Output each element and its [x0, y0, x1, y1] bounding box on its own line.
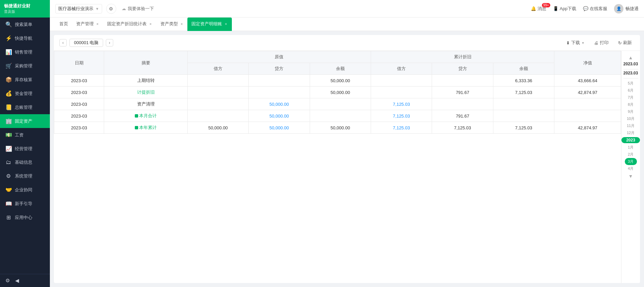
col-orig-balance: 余额 [310, 63, 371, 75]
cell-orig-debit: 50,000.00 [187, 122, 248, 134]
download-icon: ⬇ [566, 40, 570, 45]
sidebar-item-label: 库存核算 [15, 77, 32, 83]
sidebar-item-business[interactable]: 📈 经营管理 [0, 142, 50, 156]
next-asset-btn[interactable]: › [106, 39, 113, 46]
timeline-month-5[interactable]: 5月 [621, 80, 640, 87]
close-icon[interactable]: × [224, 21, 227, 27]
cell-summary: 资产清理 [104, 98, 187, 110]
topbar-right: 🔔 消息 99+ 📱 App下载 💬 在线客服 👤 畅捷通 [531, 4, 639, 13]
sidebar-item-guide[interactable]: 📖 新手引导 [0, 197, 50, 211]
cell-orig-credit: 50,000.00 [249, 110, 310, 122]
inventory-icon: 📦 [5, 76, 11, 83]
cell-acc-credit: 791.67 [432, 110, 493, 122]
print-btn[interactable]: 🖨 打印 [591, 38, 611, 47]
sidebar-item-funds[interactable]: 💰 资金管理 [0, 87, 50, 100]
sidebar-item-enterprise[interactable]: 🤝 企业协同 [0, 183, 50, 197]
settings-icon[interactable]: ⚙ [5, 278, 10, 284]
cell-orig-balance: 50,000.00 [310, 122, 371, 134]
timeline-up-arrow[interactable]: ▲ [627, 54, 635, 62]
experience-btn[interactable]: ☁ 我要体验一下 [122, 6, 154, 12]
cell-orig-debit [187, 98, 248, 110]
company-selector[interactable]: 医疗器械行业演示 ▼ [55, 4, 102, 13]
topbar-settings-btn[interactable]: ⚙ [106, 4, 116, 14]
close-icon[interactable]: × [96, 21, 99, 27]
timeline-year-2023[interactable]: 2023 [621, 137, 640, 143]
sidebar-item-quick-nav[interactable]: ⚡ 快捷导航 [0, 31, 50, 45]
tab-label: 固定资产折旧统计表 [107, 21, 147, 27]
avatar-icon: 👤 [616, 6, 621, 11]
timeline-month-4[interactable]: 4月 [621, 165, 640, 172]
app-download-btn[interactable]: 📱 App下载 [553, 6, 576, 12]
sidebar-item-label: 资金管理 [15, 91, 32, 97]
download-btn[interactable]: ⬇ 下载 ▼ [563, 38, 587, 47]
tabs-bar: 首页 资产管理 × 固定资产折旧统计表 × 资产类型 × 固定资产明细账 × [50, 18, 644, 31]
user-profile[interactable]: 👤 畅捷通 [614, 4, 639, 13]
cell-acc-debit: 7,125.03 [371, 98, 432, 110]
timeline-month-11[interactable]: 11月 [621, 122, 640, 129]
cell-date: 2023-03 [54, 87, 104, 98]
tab-assets[interactable]: 资产管理 × [72, 18, 103, 31]
col-date: 日期 [54, 51, 104, 75]
cell-net-value: 42,874.97 [554, 122, 621, 134]
cloud-icon: ☁ [122, 6, 126, 11]
timeline-month-10[interactable]: 10月 [621, 115, 640, 122]
table-wrapper: 日期 摘要 原值 累计折旧 净值 借方 贷方 余额 借方 贷方 余额 [54, 51, 621, 283]
prev-asset-btn[interactable]: ‹ [59, 39, 67, 46]
sidebar-item-purchase[interactable]: 🛒 采购管理 [0, 59, 50, 73]
timeline-month-12[interactable]: 12月 [621, 129, 640, 136]
timeline-month-2[interactable]: 2月 [621, 151, 640, 158]
sidebar-item-app-center[interactable]: ⊞ 应用中心 [0, 211, 50, 224]
enterprise-icon: 🤝 [5, 187, 11, 193]
cell-orig-balance [310, 98, 371, 110]
sidebar-item-label: 搜索菜单 [15, 22, 32, 28]
sidebar-item-inventory[interactable]: 📦 库存核算 [0, 73, 50, 87]
cell-net-value [554, 98, 621, 110]
messages-btn[interactable]: 🔔 消息 99+ [531, 6, 546, 12]
app-version: 普及版 [4, 9, 46, 14]
flash-icon: ⚡ [5, 35, 11, 41]
timeline-month-6[interactable]: 6月 [621, 87, 640, 94]
timeline-month-9[interactable]: 9月 [621, 108, 640, 115]
app-center-icon: ⊞ [5, 214, 11, 221]
timeline-month-3[interactable]: 3月 [625, 158, 637, 165]
col-net-value: 净值 [554, 51, 621, 75]
guide-icon: 📖 [5, 200, 11, 207]
refresh-label: 刷新 [623, 40, 632, 46]
username: 畅捷通 [625, 6, 639, 12]
sidebar-item-ledger[interactable]: 📒 总账管理 [0, 100, 50, 114]
tab-depreciation-stats[interactable]: 固定资产折旧统计表 × [103, 18, 156, 31]
timeline-header2: 2023.03 [623, 71, 638, 75]
sidebar-item-sales[interactable]: 📊 销售管理 [0, 45, 50, 59]
col-acc-credit: 贷方 [432, 63, 493, 75]
cell-summary: 本年累计 [104, 122, 187, 134]
cell-acc-debit: 7,125.03 [371, 110, 432, 122]
timeline-down-arrow[interactable]: ▼ [627, 172, 635, 180]
col-original-value: 原值 [187, 51, 371, 63]
cell-orig-debit [187, 110, 248, 122]
tab-asset-detail[interactable]: 固定资产明细账 × [187, 18, 232, 31]
sidebar-item-payroll[interactable]: 💵 工资 [0, 128, 50, 142]
cell-acc-balance: 6,333.36 [493, 75, 554, 87]
sidebar: 畅捷通好业财 普及版 🔍 搜索菜单 ⚡ 快捷导航 📊 销售管理 🛒 采购管理 📦… [0, 0, 50, 287]
timeline-month-1[interactable]: 1月 [621, 144, 640, 151]
tab-home[interactable]: 首页 [55, 18, 72, 31]
collapse-icon[interactable]: ◀ [15, 278, 19, 284]
sidebar-item-label: 销售管理 [15, 49, 32, 55]
refresh-btn[interactable]: ↻ 刷新 [615, 38, 635, 47]
timeline-month-8[interactable]: 8月 [621, 101, 640, 108]
sidebar-item-system[interactable]: ⚙ 系统管理 [0, 169, 50, 183]
online-service-btn[interactable]: 💬 在线客服 [583, 6, 607, 12]
table-row: 2023-03计提折旧50,000.00791.677,125.0342,874… [54, 87, 621, 98]
sidebar-item-search[interactable]: 🔍 搜索菜单 [0, 18, 50, 31]
sidebar-item-basics[interactable]: 🗂 基础信息 [0, 156, 50, 169]
sidebar-item-fixed-assets[interactable]: 🏢 固定资产 [0, 114, 50, 128]
cell-acc-debit [371, 75, 432, 87]
table-row: 2023-03资产清理50,000.007,125.03 [54, 98, 621, 110]
timeline-month-7[interactable]: 7月 [621, 94, 640, 101]
tab-asset-types[interactable]: 资产类型 × [156, 18, 187, 31]
close-icon[interactable]: × [180, 21, 183, 27]
close-icon[interactable]: × [149, 21, 152, 27]
sidebar-item-label: 采购管理 [15, 63, 32, 69]
gear-icon: ⚙ [109, 6, 113, 11]
download-label: 下载 [571, 40, 580, 46]
